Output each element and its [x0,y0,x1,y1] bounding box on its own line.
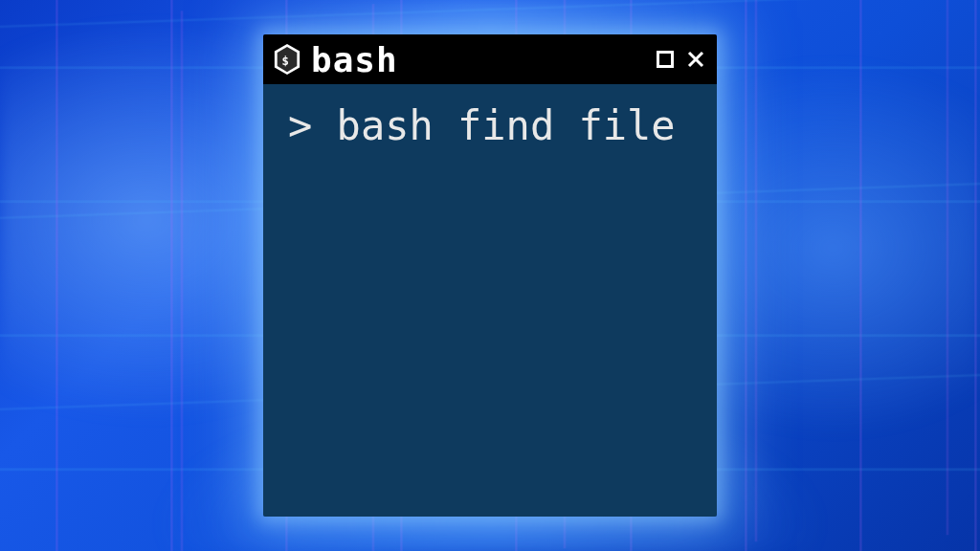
close-button[interactable] [686,50,705,69]
window-title: bash [311,40,635,79]
terminal-window: $ bash > bash find file [263,34,717,517]
terminal-line: > bash find file [288,103,692,149]
window-controls [644,47,705,72]
terminal-command-text: bash find file [337,102,676,149]
prompt-symbol: > [288,102,312,149]
bash-shell-icon: $ [273,43,301,76]
terminal-body[interactable]: > bash find file [263,84,717,517]
svg-rect-4 [658,53,673,67]
maximize-button[interactable] [656,50,675,69]
svg-text:$: $ [281,55,288,68]
titlebar[interactable]: $ bash [263,34,717,84]
